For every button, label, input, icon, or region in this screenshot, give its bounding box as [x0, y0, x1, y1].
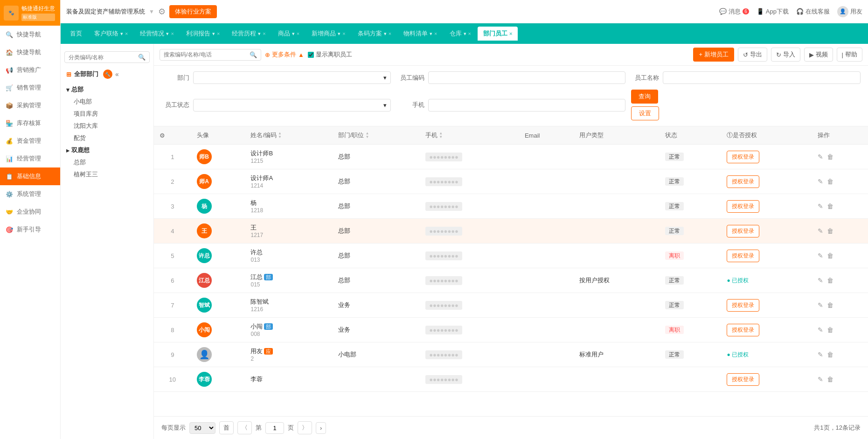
- sidebar-item-basic-info[interactable]: 📋 基础信息: [0, 167, 60, 185]
- tab-operation-close[interactable]: ×: [171, 31, 174, 36]
- prev-page-button[interactable]: 〈: [237, 421, 252, 434]
- tab-bom-close[interactable]: ×: [434, 31, 437, 36]
- edit-button[interactable]: ✎: [818, 202, 823, 210]
- set-button[interactable]: 设置: [631, 106, 659, 120]
- tree-item-shuang[interactable]: ▸ 双鹿想: [61, 144, 153, 156]
- auth-login-button[interactable]: 授权登录: [727, 324, 759, 336]
- tab-goods-close[interactable]: ×: [297, 31, 299, 36]
- dept-add-icon-btn[interactable]: 🔧: [103, 70, 112, 79]
- tab-goods[interactable]: 商品 ▾ ×: [272, 27, 305, 41]
- collapse-icon[interactable]: «: [115, 70, 119, 78]
- auth-login-button[interactable]: 授权登录: [727, 151, 759, 163]
- tab-dept-staff-close[interactable]: ×: [509, 31, 512, 36]
- sidebar-item-purchase[interactable]: 📦 采购管理: [0, 97, 60, 114]
- tab-operation[interactable]: 经营情况 ▾ ×: [134, 27, 179, 41]
- tab-profit-close[interactable]: ×: [217, 31, 220, 36]
- delete-button[interactable]: 🗑: [827, 252, 833, 259]
- settings-icon[interactable]: ⚙: [158, 7, 166, 17]
- dept-search-input[interactable]: [69, 54, 136, 61]
- edit-button[interactable]: ✎: [818, 178, 823, 185]
- export-button[interactable]: ↺ 导出: [738, 48, 767, 62]
- tree-item-xiao-dian[interactable]: 小电部: [61, 96, 153, 108]
- edit-button[interactable]: ✎: [818, 227, 823, 235]
- sidebar-item-marketing[interactable]: 📢 营销推广: [0, 61, 60, 79]
- auth-login-button[interactable]: 授权登录: [727, 200, 759, 213]
- help-button[interactable]: | 帮助: [837, 48, 862, 62]
- dept-search-box[interactable]: 🔍: [64, 51, 150, 63]
- user-avatar-btn[interactable]: 👤 用友: [837, 6, 862, 17]
- col-name-code[interactable]: 姓名/编码 ▲▼: [245, 126, 332, 145]
- sidebar-item-finance[interactable]: 💰 资金管理: [0, 132, 60, 150]
- edit-button[interactable]: ✎: [818, 301, 823, 309]
- phone-field[interactable]: [432, 102, 622, 109]
- edit-button[interactable]: ✎: [818, 351, 823, 358]
- delete-button[interactable]: 🗑: [827, 178, 833, 185]
- delete-button[interactable]: 🗑: [827, 351, 833, 358]
- delete-button[interactable]: 🗑: [827, 277, 833, 284]
- add-employee-button[interactable]: + 新增员工: [693, 48, 734, 62]
- edit-button[interactable]: ✎: [818, 326, 823, 334]
- sidebar-item-operations[interactable]: 📊 经营管理: [0, 150, 60, 167]
- app-download-btn[interactable]: 📱 App下载: [757, 7, 789, 16]
- page-number-input[interactable]: [265, 422, 284, 434]
- next-page-button[interactable]: 〉: [298, 421, 312, 434]
- tree-item-shenyang[interactable]: 沈阳大库: [61, 120, 153, 132]
- import-button[interactable]: ↻ 导入: [771, 48, 800, 62]
- employee-search-input[interactable]: [164, 51, 248, 58]
- tab-customer[interactable]: 客户联络 ▾ ×: [89, 27, 133, 41]
- per-page-select[interactable]: 50 100: [189, 422, 215, 434]
- view-button[interactable]: ▶ 视频: [804, 48, 833, 62]
- dropdown-arrow-icon[interactable]: ▼: [149, 8, 154, 15]
- employee-search-box[interactable]: 🔍: [160, 49, 261, 61]
- auth-login-button[interactable]: 授权登录: [727, 250, 759, 262]
- edit-button[interactable]: ✎: [818, 277, 823, 284]
- sidebar-item-inventory[interactable]: 🏪 库存核算: [0, 114, 60, 132]
- tree-item-zongbu[interactable]: 总部: [61, 156, 153, 168]
- filter-emp-code-input[interactable]: [428, 71, 626, 84]
- filter-status-select[interactable]: ▾: [193, 99, 391, 111]
- tab-profit[interactable]: 利润报告 ▾ ×: [181, 27, 225, 41]
- experience-button[interactable]: 体验行业方案: [169, 5, 217, 18]
- sidebar-item-sales[interactable]: 🛒 销售管理: [0, 79, 60, 97]
- first-page-button[interactable]: 首: [219, 421, 234, 434]
- delete-button[interactable]: 🗑: [827, 376, 833, 383]
- filter-phone-input[interactable]: [428, 99, 626, 111]
- auth-login-button[interactable]: 授权登录: [727, 225, 759, 237]
- tab-customer-close[interactable]: ×: [125, 31, 128, 36]
- tree-item-peihuo[interactable]: 配货: [61, 132, 153, 144]
- edit-button[interactable]: ✎: [818, 153, 823, 160]
- show-resigned-checkbox[interactable]: [308, 52, 314, 58]
- edit-button[interactable]: ✎: [818, 376, 823, 383]
- tab-add-goods[interactable]: 新增商品 ▾ ×: [306, 27, 351, 41]
- last-page-button[interactable]: ›: [316, 422, 326, 434]
- tab-history[interactable]: 经营历程 ▾ ×: [226, 27, 271, 41]
- tab-warehouse-close[interactable]: ×: [468, 31, 471, 36]
- query-button[interactable]: 查询: [631, 90, 658, 104]
- tree-group-label-hq[interactable]: ▾ 总部: [61, 84, 153, 96]
- tab-bom[interactable]: 物料清单 ▾ ×: [398, 27, 443, 41]
- tree-item-project[interactable]: 项目库房: [61, 108, 153, 120]
- sidebar-item-quick-nav[interactable]: 🏠 快捷导航: [0, 43, 60, 61]
- tab-warehouse[interactable]: 仓库 ▾ ×: [444, 27, 477, 41]
- message-btn[interactable]: 💬 消息 6: [719, 7, 749, 16]
- emp-name-field[interactable]: [667, 74, 856, 81]
- tab-home[interactable]: 首页: [64, 27, 88, 41]
- sidebar-item-guide[interactable]: 🎯 新手引导: [0, 221, 60, 238]
- more-filter-btn[interactable]: ⊕ 更多条件 ▲: [265, 50, 304, 59]
- dept-all-row[interactable]: ⊞ 全部部门 🔧 «: [61, 67, 153, 82]
- sidebar-item-system[interactable]: ⚙️ 系统管理: [0, 185, 60, 203]
- sidebar-item-search[interactable]: 🔍 快捷导航: [0, 26, 60, 43]
- tree-item-zhishu[interactable]: 植树王三: [61, 168, 153, 181]
- sidebar-item-enterprise[interactable]: 🤝 企业协同: [0, 203, 60, 221]
- delete-button[interactable]: 🗑: [827, 202, 833, 210]
- tab-barcode-close[interactable]: ×: [389, 31, 391, 36]
- col-settings[interactable]: ⚙: [154, 126, 191, 145]
- delete-button[interactable]: 🗑: [827, 153, 833, 160]
- col-dept-pos[interactable]: 部门/职位 ▲▼: [333, 126, 420, 145]
- delete-button[interactable]: 🗑: [827, 326, 833, 334]
- auth-login-button[interactable]: 授权登录: [727, 299, 759, 312]
- online-service-btn[interactable]: 🎧 在线客服: [796, 7, 830, 16]
- col-phone[interactable]: 手机 ▲▼: [420, 126, 519, 145]
- tab-add-goods-close[interactable]: ×: [342, 31, 345, 36]
- tab-dept-staff[interactable]: 部门员工 ×: [478, 27, 518, 41]
